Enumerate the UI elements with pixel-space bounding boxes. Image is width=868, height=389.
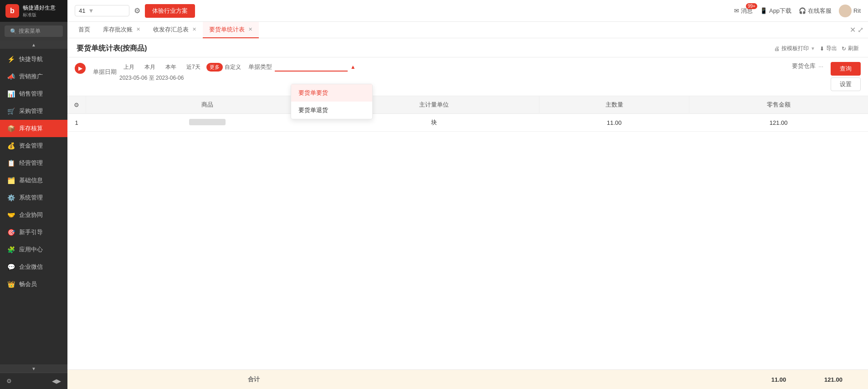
th-unit-label: 主计量单位 xyxy=(419,101,449,108)
date-btn-this-year[interactable]: 本年 xyxy=(161,62,180,72)
online-service-item[interactable]: 🎧 在线客服 xyxy=(799,7,832,15)
purchase-icon: 🛒 xyxy=(6,107,15,115)
page-content: 要货单统计表(按商品) 🖨 按模板打印 ▼ ⬇ 导出 ↻ 刷新 ▶ xyxy=(67,38,868,389)
data-table: ⚙ 商品 主计量单位 主数量 零售金额 xyxy=(67,96,868,132)
th-settings[interactable]: ⚙ xyxy=(67,96,86,114)
dropdown-chevron-icon: ▼ xyxy=(88,7,94,14)
brand-name: 畅捷通好生意 xyxy=(23,4,56,12)
table-header-row: ⚙ 商品 主计量单位 主数量 零售金额 xyxy=(67,96,868,114)
sidebar-item-system[interactable]: ⚙️ 系统管理 xyxy=(0,189,67,206)
sidebar-search-area[interactable]: 🔍 搜索菜单 xyxy=(0,22,67,41)
store-selector[interactable]: 41 ▼ xyxy=(75,5,129,16)
sidebar-item-label: 资金管理 xyxy=(19,142,43,150)
date-label: 单据日期 xyxy=(93,68,117,76)
table-settings-icon[interactable]: ⚙ xyxy=(74,102,79,108)
message-item[interactable]: ✉ 消息 99+ xyxy=(734,7,753,15)
type-input[interactable] xyxy=(275,62,348,72)
basic-icon: 🗂️ xyxy=(6,177,15,184)
sidebar-item-purchase[interactable]: 🛒 采购管理 xyxy=(0,102,67,120)
message-badge: 99+ xyxy=(746,3,757,9)
date-btn-prev-month[interactable]: 上月 xyxy=(119,62,139,72)
sidebar-item-basic[interactable]: 🗂️ 基础信息 xyxy=(0,172,67,189)
guide-icon: 🎯 xyxy=(6,229,15,236)
sidebar-scroll-down[interactable]: ▼ xyxy=(0,364,67,373)
print-btn[interactable]: 🖨 按模板打印 ▼ xyxy=(774,45,815,52)
date-custom-btn[interactable]: 自定义 xyxy=(225,63,241,71)
sidebar-item-label: 企业微信 xyxy=(19,263,43,271)
sidebar-item-appstore[interactable]: 🧩 应用中心 xyxy=(0,241,67,258)
tab-request-summary-label: 要货单统计表 xyxy=(209,26,245,34)
dropdown-item-return[interactable]: 要货单退货 xyxy=(291,102,372,119)
tab-inventory-batch[interactable]: 库存批次账 ✕ xyxy=(97,22,147,38)
sidebar-item-inventory[interactable]: 📦 库存核算 xyxy=(0,120,67,137)
user-item[interactable]: Rit xyxy=(839,5,861,17)
search-icon: 🔍 xyxy=(10,28,17,35)
row-amount: 121.00 xyxy=(689,114,868,132)
sidebar-item-sales[interactable]: 📊 销售管理 xyxy=(0,85,67,102)
table-footer: 合计 11.00 121.00 xyxy=(67,369,868,389)
date-btn-7days[interactable]: 近7天 xyxy=(182,62,205,72)
brand-sub: 标准版 xyxy=(23,12,56,18)
sidebar-scroll-up[interactable]: ▲ xyxy=(0,41,67,49)
filter-toggle-btn[interactable]: ▶ xyxy=(75,63,86,74)
tab-inventory-batch-close[interactable]: ✕ xyxy=(136,26,140,32)
type-filter-group: 单据类型 ▲ xyxy=(248,62,356,72)
export-btn[interactable]: ⬇ 导出 xyxy=(820,45,837,52)
sidebar-item-label: 应用中心 xyxy=(19,246,43,254)
tab-expand-icon[interactable]: ⤢ xyxy=(858,26,863,34)
page-title: 要货单统计表(按商品) xyxy=(77,44,147,53)
date-filter-group: 单据日期 上月 本月 本年 近7天 更多 自定义 2023-05-06 至 20… xyxy=(93,62,241,82)
sidebar-item-wechat[interactable]: 💬 企业微信 xyxy=(0,258,67,276)
sidebar-item-guide[interactable]: 🎯 新手引导 xyxy=(0,224,67,241)
type-dropdown-popup: 要货单要货 要货单退货 xyxy=(291,84,373,119)
warehouse-label: 要货仓库 xyxy=(792,62,816,70)
sidebar-item-label: 采购管理 xyxy=(19,107,43,115)
sidebar-item-label: 畅会员 xyxy=(19,280,37,288)
app-download-item[interactable]: 📱 App下载 xyxy=(760,7,791,15)
tab-home[interactable]: 首页 xyxy=(72,22,97,38)
main-area: 41 ▼ ⚙ 体验行业方案 ✉ 消息 99+ 📱 App下载 🎧 在线客服 R xyxy=(67,0,868,389)
sidebar-item-collab[interactable]: 🤝 企业协同 xyxy=(0,206,67,224)
sidebar-item-quicknav[interactable]: ⚡ 快捷导航 xyxy=(0,51,67,68)
page-header: 要货单统计表(按商品) 🖨 按模板打印 ▼ ⬇ 导出 ↻ 刷新 xyxy=(67,38,868,57)
store-num: 41 xyxy=(79,7,85,14)
tab-recv-summary-close[interactable]: ✕ xyxy=(192,26,196,32)
sidebar-item-vip[interactable]: 👑 畅会员 xyxy=(0,276,67,293)
warehouse-more-icon[interactable]: ··· xyxy=(818,63,823,70)
tab-request-summary[interactable]: 要货单统计表 ✕ xyxy=(203,22,259,38)
print-chevron-icon: ▼ xyxy=(811,46,815,51)
footer-qty: 11.00 xyxy=(771,376,786,383)
export-icon: ⬇ xyxy=(820,46,824,52)
headset-icon: 🎧 xyxy=(799,7,806,14)
refresh-btn[interactable]: ↻ 刷新 xyxy=(842,45,859,52)
sidebar: b 畅捷通好生意 标准版 🔍 搜索菜单 ▲ ⚡ 快捷导航 📣 营销推广 📊 销售… xyxy=(0,0,67,389)
tab-close-all-icon[interactable]: ✕ xyxy=(850,26,856,34)
header-settings-icon[interactable]: ⚙ xyxy=(134,6,140,15)
settings-btn[interactable]: ⚙ xyxy=(6,378,12,384)
tab-request-summary-close[interactable]: ✕ xyxy=(248,26,252,32)
print-icon: 🖨 xyxy=(774,46,780,52)
date-btn-this-month[interactable]: 本月 xyxy=(140,62,159,72)
user-name: Rit xyxy=(853,7,861,14)
sidebar-footer: ⚙ ◀▶ xyxy=(0,373,67,389)
search-menu-btn[interactable]: 🔍 搜索菜单 xyxy=(5,26,63,37)
online-service-label: 在线客服 xyxy=(808,7,832,15)
type-dropdown-chevron-icon[interactable]: ▲ xyxy=(350,64,356,70)
query-btn[interactable]: 查询 xyxy=(831,62,861,76)
system-icon: ⚙️ xyxy=(6,194,15,201)
logo-text: 畅捷通好生意 标准版 xyxy=(23,4,56,18)
sidebar-item-finance[interactable]: 💰 资金管理 xyxy=(0,137,67,154)
set-btn[interactable]: 设置 xyxy=(831,77,861,91)
th-product-label: 商品 xyxy=(201,101,213,108)
user-avatar xyxy=(839,5,852,17)
sidebar-item-operations[interactable]: 📋 经营管理 xyxy=(0,154,67,172)
th-amount: 零售金额 xyxy=(689,96,868,114)
header-left: 41 ▼ ⚙ 体验行业方案 xyxy=(75,4,195,18)
collapse-btn[interactable]: ◀▶ xyxy=(52,378,61,384)
sidebar-item-marketing[interactable]: 📣 营销推广 xyxy=(0,68,67,85)
product-blurred xyxy=(189,119,226,125)
dropdown-item-request[interactable]: 要货单要货 xyxy=(291,84,372,102)
trial-btn[interactable]: 体验行业方案 xyxy=(145,4,195,18)
tab-recv-summary[interactable]: 收发存汇总表 ✕ xyxy=(147,22,203,38)
date-btn-more[interactable]: 更多 xyxy=(206,63,223,72)
